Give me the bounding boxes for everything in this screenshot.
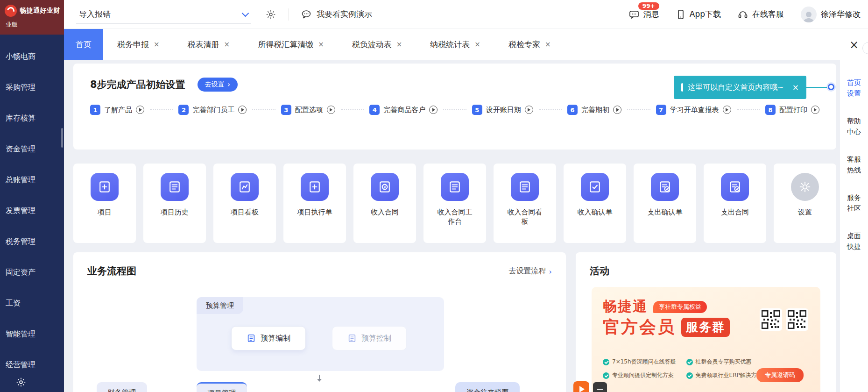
rail-item-community[interactable]: 服务 社区: [840, 192, 868, 214]
budget-control-button[interactable]: 预算控制: [332, 326, 407, 350]
play-icon[interactable]: [613, 106, 621, 114]
sidebar-item-inventory[interactable]: 库存核算: [0, 103, 64, 134]
play-icon[interactable]: [327, 106, 335, 114]
tile-income-contract[interactable]: ¥ 收入合同: [353, 164, 416, 243]
tile-project-execution[interactable]: 项目执行单: [283, 164, 346, 243]
sidebar-item-ledger[interactable]: 总账管理: [0, 164, 64, 195]
tab-tax-filing[interactable]: 税务申报: [117, 39, 160, 50]
chevron-right-icon: [549, 266, 552, 276]
document-lines-icon: [161, 173, 189, 201]
import-error-dropdown[interactable]: 导入报错: [76, 5, 251, 24]
sidebar-item-smart-mgmt[interactable]: 智能管理: [0, 319, 64, 349]
tile-label: 项目历史: [161, 207, 189, 217]
step-label: 完善商品客户: [383, 106, 425, 114]
messages-item[interactable]: 99+ 消息: [629, 9, 659, 20]
tile-expense-confirmation[interactable]: 支出确认单: [634, 164, 696, 243]
chevron-down-icon: [242, 9, 249, 17]
invite-code-button[interactable]: 专属邀请码: [756, 368, 804, 382]
step-number: 2: [178, 105, 189, 115]
tab-tax-burden[interactable]: 税负波动表: [352, 39, 402, 50]
sidebar-item-tax[interactable]: 税务管理: [0, 226, 64, 257]
close-icon[interactable]: [154, 41, 160, 48]
document-lines-icon: [441, 173, 469, 201]
step-connector: [443, 109, 466, 110]
app-download-item[interactable]: App下载: [676, 9, 721, 20]
sidebar-scrollbar[interactable]: [61, 128, 63, 148]
play-icon[interactable]: [525, 106, 533, 114]
flow-tab-project[interactable]: 项目管理: [197, 382, 247, 392]
demo-link[interactable]: 我要看实例演示: [301, 9, 372, 20]
rail-item-desktop-shortcut[interactable]: 桌面 快捷: [840, 231, 868, 252]
play-icon[interactable]: [429, 106, 438, 114]
tab-income-tax-settlement[interactable]: 所得税汇算清缴: [258, 39, 324, 50]
sidebar-item-invoice[interactable]: 发票管理: [0, 195, 64, 226]
sidebar-item-purchase[interactable]: 采购管理: [0, 72, 64, 103]
sidebar-item-label: 固定资产: [6, 268, 35, 278]
step-2: 2 完善部门员工: [178, 105, 247, 115]
tooltip-close-icon[interactable]: [792, 84, 799, 92]
rail-label: 帮助: [840, 116, 868, 127]
close-icon[interactable]: [474, 41, 480, 48]
play-icon[interactable]: [811, 106, 819, 114]
banner-headline: 官方会员: [603, 316, 676, 339]
tile-project-history[interactable]: 项目历史: [143, 164, 206, 243]
budget-compile-button[interactable]: 预算编制: [231, 326, 306, 350]
banner-bullet: 免费领取行业ERP解决方案: [686, 371, 762, 379]
setup-flow-link[interactable]: 去设置流程: [509, 266, 552, 276]
tile-settings[interactable]: 设置: [774, 164, 836, 243]
settings-gear-icon[interactable]: [266, 9, 276, 20]
close-icon[interactable]: [224, 41, 230, 48]
banner-brand: 畅捷通: [603, 297, 648, 316]
tile-label: 收入合同看板: [504, 207, 545, 227]
check-icon: [603, 372, 609, 379]
flow-tab-funds-tax[interactable]: 资金往来税票: [455, 382, 520, 392]
close-icon[interactable]: [545, 41, 551, 48]
import-error-label: 导入报错: [79, 9, 111, 20]
promo-banner[interactable]: 畅捷通 享社群专属权益 官方会员 服务群 7×15h资深顾问在线答疑 社群会员专…: [592, 287, 820, 392]
flow-tab-finance[interactable]: 财务管理: [97, 382, 147, 392]
document-check-icon: [721, 173, 749, 201]
floating-recorder-icon[interactable]: [573, 381, 589, 392]
sidebar-item-fixed-assets[interactable]: 固定资产: [0, 257, 64, 288]
minimize-icon[interactable]: [593, 382, 607, 392]
rail-label: 快捷: [840, 242, 868, 252]
sidebar-item-operations[interactable]: 经营管理: [0, 349, 64, 380]
setup-title: 8步完成产品初始设置: [90, 78, 185, 91]
close-all-tabs-icon[interactable]: [849, 39, 859, 50]
sidebar-item-payroll[interactable]: 工资: [0, 288, 64, 319]
tile-expense-contract[interactable]: 支出合同: [704, 164, 766, 243]
chevron-right-icon: [227, 81, 230, 88]
panel-toggle-icon[interactable]: [862, 42, 868, 54]
close-icon[interactable]: [396, 41, 402, 48]
go-setup-button[interactable]: 去设置: [198, 78, 238, 92]
tab-home[interactable]: 首页: [64, 29, 103, 60]
online-service-item[interactable]: 在线客服: [738, 9, 784, 20]
tile-income-contract-workbench[interactable]: 收入合同工作台: [423, 164, 486, 243]
rail-item-home-settings[interactable]: 首页 设置: [840, 78, 868, 99]
play-icon[interactable]: [723, 106, 731, 114]
tab-tax-expert[interactable]: 税检专家: [508, 39, 551, 50]
app-screen: 导入报错 我要看实例演示 99+: [0, 0, 868, 392]
setup-card: 8步完成产品初始设置 去设置 1 了解产品 2 完善部门员工: [73, 64, 836, 150]
rail-item-help-center[interactable]: 帮助 中心: [840, 116, 868, 137]
activity-title: 活动: [590, 264, 609, 278]
rail-item-service-hotline[interactable]: 客服 热线: [840, 154, 868, 176]
sidebar-item-funds[interactable]: 资金管理: [0, 134, 64, 164]
tab-tax-statistics[interactable]: 纳税统计表: [430, 39, 480, 50]
play-icon[interactable]: [238, 106, 247, 114]
close-icon[interactable]: [318, 41, 324, 48]
go-setup-label: 去设置: [205, 80, 225, 89]
tile-income-contract-board[interactable]: 收入合同看板: [494, 164, 556, 243]
sidebar-gear-icon[interactable]: [16, 377, 26, 389]
tile-income-confirmation[interactable]: 收入确认单: [564, 164, 626, 243]
step-label: 配置选项: [295, 106, 323, 114]
tile-project-board[interactable]: 项目看板: [213, 164, 276, 243]
messages-badge: 99+: [637, 1, 660, 11]
play-icon[interactable]: [136, 106, 144, 114]
tab-tax-register[interactable]: 税表清册: [188, 39, 230, 50]
sidebar-item-label: 发票管理: [6, 206, 35, 216]
tile-project[interactable]: 项目: [73, 164, 136, 243]
banner-headline-tag: 服务群: [681, 318, 730, 337]
sidebar-item-ecommerce[interactable]: 小畅电商: [0, 41, 64, 72]
user-item[interactable]: 徐泽华修改: [801, 7, 861, 22]
